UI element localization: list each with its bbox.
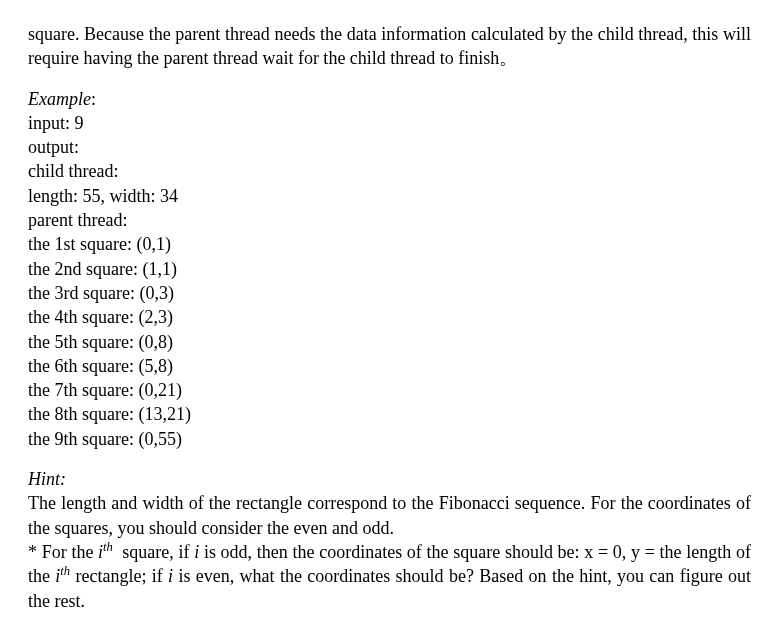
th-sup: th — [103, 540, 113, 554]
example-block: Example: input: 9 output: child thread: … — [28, 87, 751, 451]
th-sup: th — [60, 564, 70, 578]
square-line: the 4th square: (2,3) — [28, 305, 751, 329]
hint-heading: Hint: — [28, 467, 751, 491]
example-heading: Example — [28, 89, 91, 109]
example-input: input: 9 — [28, 111, 751, 135]
hint-bullet: * For the ith square, if i is odd, then … — [28, 540, 751, 613]
square-line: the 7th square: (0,21) — [28, 378, 751, 402]
square-line: the 2nd square: (1,1) — [28, 257, 751, 281]
square-line: the 9th square: (0,55) — [28, 427, 751, 451]
intro-paragraph: square. Because the parent thread needs … — [28, 22, 751, 71]
hint-line-1: The length and width of the rectangle co… — [28, 491, 751, 540]
square-line: the 6th square: (5,8) — [28, 354, 751, 378]
hint-text: rectangle; if — [70, 566, 168, 586]
hint-text: * For the — [28, 542, 98, 562]
parent-thread-label: parent thread: — [28, 208, 751, 232]
hint-text: square, if — [118, 542, 195, 562]
example-output-label: output: — [28, 135, 751, 159]
square-line: the 5th square: (0,8) — [28, 330, 751, 354]
child-thread-label: child thread: — [28, 159, 751, 183]
hint-block: Hint: The length and width of the rectan… — [28, 467, 751, 613]
square-line: the 8th square: (13,21) — [28, 402, 751, 426]
child-thread-values: length: 55, width: 34 — [28, 184, 751, 208]
square-line: the 1st square: (0,1) — [28, 232, 751, 256]
square-line: the 3rd square: (0,3) — [28, 281, 751, 305]
